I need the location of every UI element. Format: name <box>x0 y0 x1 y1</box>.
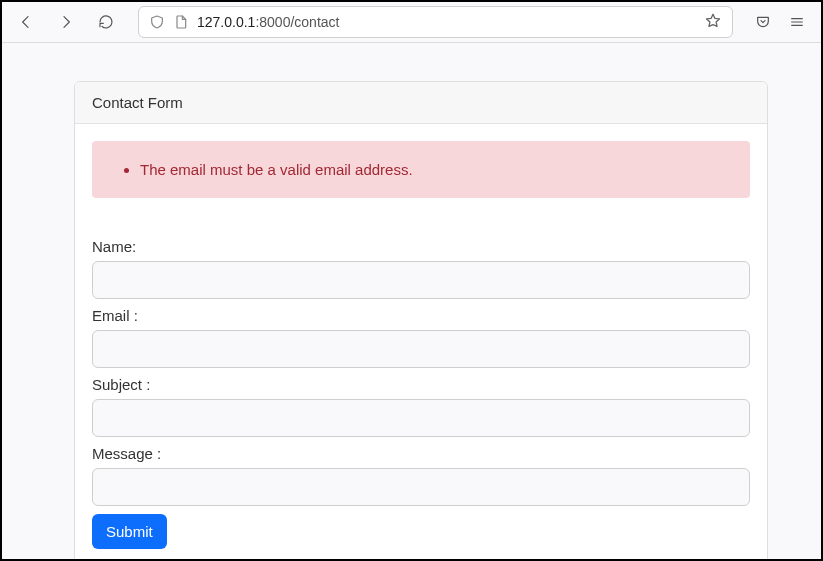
email-input[interactable] <box>92 330 750 368</box>
bookmark-button[interactable] <box>704 12 722 33</box>
pocket-icon <box>755 14 771 30</box>
message-label: Message : <box>92 445 750 462</box>
message-input[interactable] <box>92 468 750 506</box>
pocket-button[interactable] <box>747 6 779 38</box>
arrow-left-icon <box>18 14 34 30</box>
page-content: Contact Form The email must be a valid e… <box>2 43 821 559</box>
reload-icon <box>98 14 114 30</box>
menu-button[interactable] <box>781 6 813 38</box>
back-button[interactable] <box>10 6 42 38</box>
error-alert: The email must be a valid email address. <box>92 141 750 198</box>
subject-input[interactable] <box>92 399 750 437</box>
name-input[interactable] <box>92 261 750 299</box>
star-icon <box>704 12 722 30</box>
hamburger-icon <box>789 14 805 30</box>
shield-icon <box>149 14 165 30</box>
browser-toolbar: 127.0.0.1:8000/contact <box>2 2 821 43</box>
page-icon <box>173 14 189 30</box>
forward-button[interactable] <box>50 6 82 38</box>
email-label: Email : <box>92 307 750 324</box>
error-message: The email must be a valid email address. <box>140 161 722 178</box>
contact-card: Contact Form The email must be a valid e… <box>74 81 768 559</box>
card-title: Contact Form <box>92 94 183 111</box>
arrow-right-icon <box>58 14 74 30</box>
name-label: Name: <box>92 238 750 255</box>
reload-button[interactable] <box>90 6 122 38</box>
submit-button[interactable]: Submit <box>92 514 167 549</box>
url-text: 127.0.0.1:8000/contact <box>197 14 339 30</box>
subject-label: Subject : <box>92 376 750 393</box>
url-bar[interactable]: 127.0.0.1:8000/contact <box>138 6 733 38</box>
card-header: Contact Form <box>75 82 767 124</box>
